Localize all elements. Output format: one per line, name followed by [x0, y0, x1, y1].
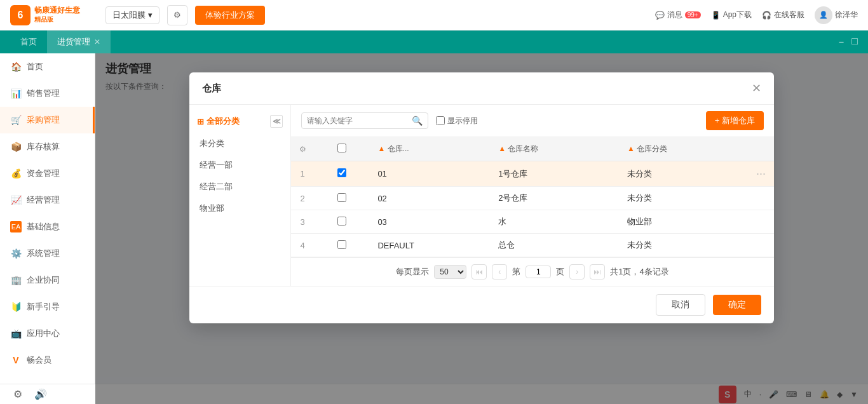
warehouse-table: ⚙ ▲ 仓库... ▲ 仓库名称: [291, 137, 774, 257]
row-code: 03: [370, 210, 491, 234]
category-item-property[interactable]: 物业部: [189, 198, 290, 219]
row-actions: [749, 234, 774, 257]
show-disabled-input[interactable]: [436, 116, 445, 125]
content-area: 进货管理 按以下条件查询： 仓库 ✕ ⊞ 全部分类: [95, 53, 868, 404]
row-num: 4: [291, 234, 314, 257]
sidebar-item-label: 畅会员: [27, 354, 51, 366]
table-row[interactable]: 3 03 水 物业部: [291, 210, 774, 234]
prev-page-button[interactable]: ‹: [492, 264, 507, 279]
tab-close-icon[interactable]: ✕: [94, 37, 100, 46]
row-num: 2: [291, 187, 314, 210]
sidebar-item-finance[interactable]: 💰 资金管理: [0, 160, 95, 187]
pagination: 每页显示 50 100 200 ⏮ ‹ 第 页 ›: [291, 257, 774, 286]
app-download-item[interactable]: 📱 App下载: [711, 10, 752, 20]
sidebar-item-operations[interactable]: 📈 经营管理: [0, 187, 95, 213]
modal-header: 仓库 ✕: [189, 72, 774, 105]
sidebar-item-sales[interactable]: 📊 销售管理: [0, 80, 95, 107]
sales-icon: 📊: [10, 88, 22, 99]
table-row[interactable]: 4 DEFAULT 总仓 未分类: [291, 234, 774, 257]
row-category: 未分类: [620, 161, 749, 187]
speaker-icon[interactable]: 🔊: [33, 387, 48, 402]
row-checkbox[interactable]: [337, 168, 346, 177]
messages-item[interactable]: 💬 消息 99+: [655, 10, 701, 20]
online-service-item[interactable]: 🎧 在线客服: [762, 10, 804, 20]
category-label: 物业部: [200, 203, 224, 213]
sidebar-item-purchase[interactable]: 🛒 采购管理: [0, 107, 95, 133]
row-actions: [749, 210, 774, 234]
sidebar-item-label: 基础信息: [27, 221, 60, 232]
more-actions-button[interactable]: ···: [756, 167, 766, 180]
tab-home[interactable]: 首页: [10, 30, 47, 53]
user-item[interactable]: 👤 徐泽华: [815, 6, 858, 24]
page-suffix: 页: [556, 266, 564, 278]
row-checkbox[interactable]: [337, 217, 346, 226]
modal-close-button[interactable]: ✕: [752, 81, 761, 95]
apps-icon: 📺: [10, 328, 22, 339]
logo-area: 6 畅康通好生意 精品版: [10, 5, 105, 25]
show-disabled-checkbox[interactable]: 显示停用: [436, 116, 478, 126]
th-actions: [749, 137, 774, 161]
category-header: ⊞ 全部分类 ≪: [189, 110, 290, 133]
sidebar-item-label: 首页: [27, 61, 43, 72]
row-name: 总仓: [491, 234, 620, 257]
category-label: 经营一部: [200, 160, 233, 170]
table-row[interactable]: 1 01 1号仓库 未分类 ···: [291, 161, 774, 187]
settings-button[interactable]: ⚙: [167, 5, 187, 25]
row-checkbox[interactable]: [337, 193, 346, 202]
row-checkbox[interactable]: [337, 240, 346, 249]
add-warehouse-button[interactable]: + 新增仓库: [706, 111, 764, 130]
next-page-button[interactable]: ›: [569, 264, 585, 279]
row-num: 3: [291, 210, 314, 234]
last-page-button[interactable]: ⏭: [590, 264, 605, 279]
collapse-sidebar-button[interactable]: ≪: [270, 115, 283, 128]
tab-purchase[interactable]: 进货管理 ✕: [47, 30, 111, 53]
sidebar-item-apps[interactable]: 📺 应用中心: [0, 320, 95, 347]
logo-sub: 精品版: [34, 15, 80, 24]
table-container: ⚙ ▲ 仓库... ▲ 仓库名称: [291, 137, 774, 257]
minimize-icon[interactable]: －: [836, 36, 846, 49]
first-page-button[interactable]: ⏮: [471, 264, 487, 279]
th-category: ▲ 仓库分类: [620, 137, 749, 161]
finance-icon: 💰: [10, 168, 22, 179]
sort-icon3: ▲: [627, 144, 635, 153]
avatar: 👤: [815, 6, 832, 24]
search-input[interactable]: [307, 116, 409, 125]
app-download-label: App下载: [723, 10, 752, 20]
select-all-checkbox[interactable]: [337, 144, 346, 152]
category-label: 未分类: [200, 138, 224, 148]
table-row[interactable]: 2 02 2号仓库 未分类: [291, 187, 774, 210]
page-input[interactable]: [526, 266, 551, 278]
sidebar-item-guide[interactable]: 🔰 新手引导: [0, 293, 95, 320]
company-selector[interactable]: 日太阳膜 ▾: [105, 6, 159, 24]
grid-icon: ⊞: [197, 117, 204, 126]
category-item-dept2[interactable]: 经营二部: [189, 176, 290, 198]
row-checkbox-cell: [314, 234, 370, 257]
sidebar-item-system[interactable]: ⚙️ 系统管理: [0, 240, 95, 267]
show-disabled-label: 显示停用: [447, 116, 478, 126]
page-label: 第: [512, 266, 520, 278]
category-item-uncategorized[interactable]: 未分类: [189, 133, 290, 154]
row-actions: ···: [749, 161, 774, 187]
total-label: 共1页，4条记录: [610, 266, 668, 278]
sidebar-item-vip[interactable]: V 畅会员: [0, 347, 95, 374]
sidebar-item-label: 应用中心: [27, 328, 60, 339]
row-category: 未分类: [620, 187, 749, 210]
sidebar-item-inventory[interactable]: 📦 库存核算: [0, 133, 95, 160]
sidebar-item-home[interactable]: 🏠 首页: [0, 53, 95, 80]
cancel-button[interactable]: 取消: [656, 294, 705, 316]
window-controls: － □: [836, 36, 858, 49]
enterprise-icon: 🏢: [10, 274, 22, 286]
settings-bottom-icon[interactable]: ⚙: [10, 387, 25, 402]
confirm-button[interactable]: 确定: [713, 295, 761, 315]
header-center: 日太阳膜 ▾ ⚙ 体验行业方案: [105, 5, 655, 25]
category-item-dept1[interactable]: 经营一部: [189, 154, 290, 176]
trial-button[interactable]: 体验行业方案: [195, 6, 265, 25]
sidebar-item-enterprise[interactable]: 🏢 企业协同: [0, 267, 95, 293]
sidebar-item-basic-info[interactable]: EA 基础信息: [0, 213, 95, 240]
sidebar-item-label: 库存核算: [27, 141, 60, 152]
maximize-icon[interactable]: □: [851, 36, 858, 49]
sidebar-item-label: 新手引导: [27, 301, 60, 313]
per-page-select[interactable]: 50 100 200: [434, 265, 466, 279]
message-icon: 💬: [655, 11, 665, 20]
search-box: 🔍: [301, 112, 428, 129]
